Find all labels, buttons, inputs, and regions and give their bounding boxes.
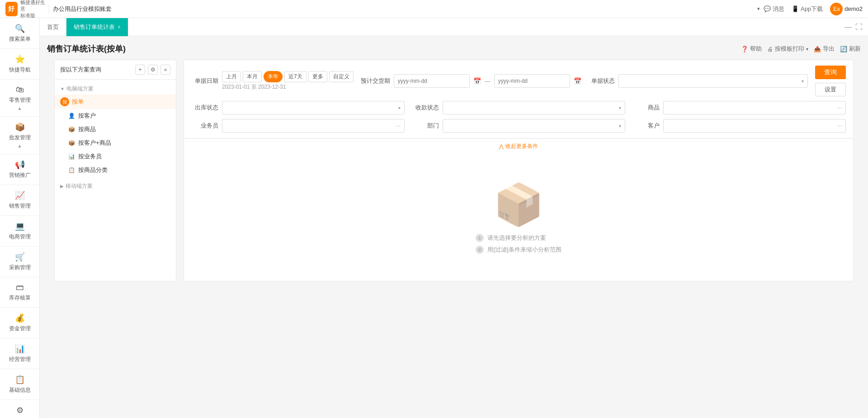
sidebar-item-system[interactable]: ⚙ 系统管理	[0, 400, 39, 418]
message-button[interactable]: 💬 消息	[764, 5, 784, 13]
ecommerce-icon: 💻	[15, 221, 25, 231]
date-btn-last-month[interactable]: 上月	[222, 71, 241, 82]
department-filter: 部门 ▾	[412, 119, 625, 133]
print-button[interactable]: 🖨 按模板打印 ▾	[767, 45, 808, 53]
topbar-divider	[49, 5, 49, 14]
marketing-icon: 📢	[15, 160, 25, 170]
retail-icon: 🛍	[16, 85, 24, 95]
sidebar-item-retail[interactable]: 🛍 零售管理 ▲	[0, 80, 39, 117]
wholesale-icon: 📦	[15, 122, 25, 132]
date-buttons: 上月 本月 本年 近7天 更多 自定义	[222, 71, 354, 82]
logo-text: 畅捷通好生意 标准版	[20, 0, 45, 19]
payment-status-select[interactable]: ▾	[443, 101, 625, 114]
help-button[interactable]: ❓ 帮助	[741, 45, 762, 53]
export-icon: 📤	[814, 46, 821, 52]
main-layout: 🔍 搜索菜单 ⭐ 快捷导航 🛍 零售管理 ▲ 📦 批发管理 ▲ 📢 营销推广 📈…	[0, 18, 868, 418]
goods-dots-icon: ···	[837, 104, 842, 111]
topbar-company-title: 办公用品行业模拟账套	[53, 5, 752, 13]
sidebar-item-search[interactable]: 🔍 搜索菜单	[0, 18, 39, 49]
topbar-dropdown-icon[interactable]: ▾	[757, 6, 760, 12]
window-minimize-icon[interactable]: —	[844, 23, 852, 31]
add-scheme-button[interactable]: +	[135, 65, 145, 75]
scheme-item-by-customer-goods[interactable]: 📦 按客户+商品	[55, 136, 176, 150]
sidebar-item-wholesale[interactable]: 📦 批发管理 ▲	[0, 117, 39, 154]
goods-icon: 📦	[67, 125, 75, 133]
sidebar: 🔍 搜索菜单 ⭐ 快捷导航 🛍 零售管理 ▲ 📦 批发管理 ▲ 📢 营销推广 📈…	[0, 18, 40, 418]
scheme-item-by-salesperson[interactable]: 📊 按业务员	[55, 150, 176, 163]
collapse-panel-button[interactable]: «	[160, 65, 170, 75]
tab-home[interactable]: 首页	[40, 18, 66, 36]
customer-goods-icon: 📦	[67, 139, 75, 147]
date-btn-this-year[interactable]: 本年	[264, 71, 283, 82]
bill-status-select[interactable]: ▾	[618, 74, 808, 88]
scheme-item-by-goods-category[interactable]: 📋 按商品分类	[55, 163, 176, 177]
sidebar-item-sales[interactable]: 📈 销售管理	[0, 185, 39, 216]
goods-filter-label: 商品	[632, 104, 660, 112]
sidebar-item-marketing[interactable]: 📢 营销推广	[0, 154, 39, 185]
sidebar-item-purchase[interactable]: 🛒 采购管理	[0, 247, 39, 277]
page-title: 销售订单统计表(按单)	[47, 43, 126, 54]
delivery-status-select[interactable]: ▾	[222, 101, 405, 114]
sidebar-item-inventory[interactable]: 🗃 库存核算	[0, 277, 39, 308]
query-button[interactable]: 查询	[815, 66, 846, 79]
date-btn-custom[interactable]: 自定义	[329, 71, 354, 82]
scheme-order-icon: 按	[60, 97, 69, 106]
print-dropdown-icon: ▾	[806, 47, 808, 52]
main-content-wrapper: 按以下方案查询 + ⚙ « ▼ 电脑端方案	[47, 60, 861, 289]
goods-select[interactable]: ···	[663, 101, 846, 114]
print-icon: 🖨	[767, 46, 773, 52]
mobile-collapse-arrow-icon: ▶	[60, 184, 64, 189]
customer-filter-label: 客户	[632, 122, 660, 130]
bill-status-label: 单据状态	[588, 77, 615, 85]
user-profile[interactable]: Ea demo2	[830, 3, 863, 15]
tab-bar: 首页 销售订单统计表 × — ⛶	[40, 18, 868, 36]
app-download-button[interactable]: 📱 App下载	[792, 5, 823, 13]
left-panel-title: 按以下方案查询	[60, 66, 132, 74]
date-filter-label: 单据日期	[191, 77, 218, 85]
tab-sales-order-stats[interactable]: 销售订单统计表 ×	[66, 18, 128, 36]
page-actions: ❓ 帮助 🖨 按模板打印 ▾ 📤 导出 🔄 刷新	[741, 45, 861, 53]
refresh-button[interactable]: 🔄 刷新	[840, 45, 861, 53]
department-filter-label: 部门	[412, 122, 439, 130]
collapse-up-icon: ⋀	[499, 143, 504, 150]
salesperson-filter-label: 业务员	[191, 122, 218, 130]
left-panel-actions: + ⚙ «	[135, 65, 170, 75]
bill-status-filter: 单据状态 ▾	[588, 74, 808, 88]
purchase-icon: 🛒	[15, 252, 25, 262]
date-btn-more[interactable]: 更多	[308, 71, 327, 82]
date-btn-last-7days[interactable]: 近7天	[284, 71, 307, 82]
scheme-item-by-goods[interactable]: 📦 按商品	[55, 123, 176, 136]
left-panel: 按以下方案查询 + ⚙ « ▼ 电脑端方案	[54, 60, 176, 281]
customer-select[interactable]: ···	[663, 119, 846, 133]
expected-date-start-input[interactable]	[394, 74, 470, 88]
customer-dots-icon: ···	[837, 123, 842, 129]
export-button[interactable]: 📤 导出	[814, 45, 835, 53]
settings-button[interactable]: 设置	[815, 83, 846, 96]
date-btn-this-month[interactable]: 本月	[243, 71, 262, 82]
settings-scheme-button[interactable]: ⚙	[148, 65, 158, 75]
empty-tip-1: ① 请先选择要分析的方案	[476, 234, 561, 242]
topbar: 好 畅捷通好生意 标准版 办公用品行业模拟账套 ▾ 💬 消息 📱 App下载 E…	[0, 0, 868, 18]
scheme-item-by-order[interactable]: 按 按单	[55, 95, 176, 109]
customer-icon: 👤	[67, 112, 75, 120]
sidebar-item-finance[interactable]: 💰 资金管理	[0, 308, 39, 338]
collapse-more-conditions-button[interactable]: ⋀ 收起更多条件	[184, 138, 853, 154]
expected-date-end-input[interactable]	[494, 74, 570, 88]
bill-status-dropdown-icon: ▾	[802, 79, 804, 84]
department-select[interactable]: ▾	[443, 119, 625, 133]
desktop-scheme-group: ▼ 电脑端方案	[55, 83, 176, 95]
tab-close-icon[interactable]: ×	[118, 24, 121, 30]
scheme-item-by-customer[interactable]: 👤 按客户	[55, 109, 176, 123]
sidebar-item-ecommerce[interactable]: 💻 电商管理	[0, 216, 39, 247]
retail-arrow-icon: ▲	[18, 106, 22, 111]
sidebar-item-operation[interactable]: 📊 经营管理	[0, 338, 39, 369]
window-maximize-icon[interactable]: ⛶	[855, 23, 863, 31]
sales-icon: 📈	[15, 190, 25, 200]
tip-num-2: ②	[476, 246, 484, 254]
salesperson-select[interactable]: ···	[222, 119, 405, 133]
left-panel-header: 按以下方案查询 + ⚙ «	[55, 60, 176, 80]
sidebar-item-quicknav[interactable]: ⭐ 快捷导航	[0, 49, 39, 80]
goods-filter: 商品 ···	[632, 101, 846, 114]
calendar-end-icon: 📅	[574, 77, 581, 85]
sidebar-item-basic[interactable]: 📋 基础信息	[0, 369, 39, 400]
